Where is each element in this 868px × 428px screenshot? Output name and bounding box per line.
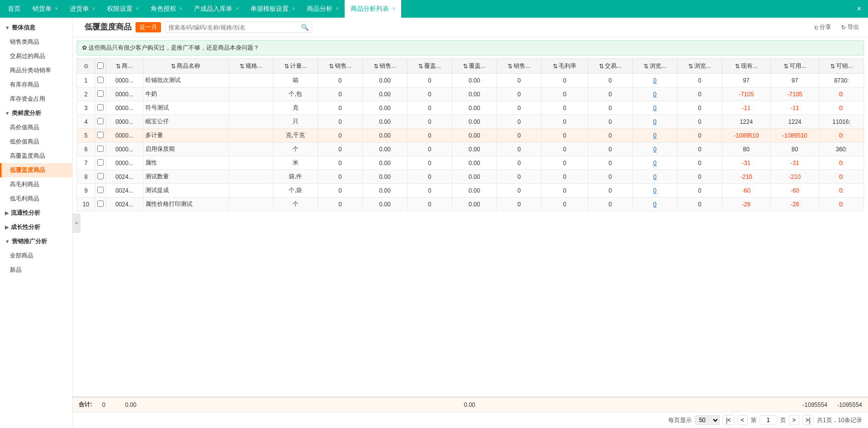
row-checkbox-input[interactable] bbox=[97, 118, 104, 124]
sidebar-item-traded-goods[interactable]: 交易过的商品 bbox=[0, 49, 72, 63]
nav-role[interactable]: 角色授权 × bbox=[145, 0, 189, 18]
row-browse1[interactable]: 0 bbox=[632, 198, 677, 211]
sidebar-item-new-goods[interactable]: 新品 bbox=[0, 263, 72, 277]
unit-column-header[interactable]: ⇅计量... bbox=[273, 59, 318, 74]
sidebar-item-stock-capital[interactable]: 库存资金占用 bbox=[0, 92, 72, 106]
select-all-checkbox[interactable] bbox=[97, 62, 104, 69]
sidebar-item-sales-goods[interactable]: 销售类商品 bbox=[0, 35, 72, 49]
close-icon[interactable]: × bbox=[392, 0, 395, 18]
row-checkbox[interactable] bbox=[95, 74, 106, 87]
sidebar-item-category-sales-rate[interactable]: 商品分类动销率 bbox=[0, 63, 72, 78]
search-icon[interactable]: 🔍 bbox=[301, 24, 309, 31]
row-browse1[interactable]: 0 bbox=[632, 74, 677, 87]
row-checkbox[interactable] bbox=[95, 143, 106, 156]
nav-template[interactable]: 单据模板设置 × bbox=[244, 0, 301, 18]
row-browse1[interactable]: 0 bbox=[632, 184, 677, 198]
row-checkbox-input[interactable] bbox=[97, 200, 104, 207]
row-browse1[interactable]: 0 bbox=[632, 115, 677, 129]
browse2-column-header[interactable]: ⇅浏览... bbox=[677, 59, 722, 74]
sidebar-group-growth[interactable]: ▶ 成长性分析 bbox=[0, 220, 72, 234]
close-icon[interactable]: × bbox=[55, 0, 58, 18]
coverage2-column-header[interactable]: ⇅覆盖... bbox=[452, 59, 497, 74]
close-icon[interactable]: × bbox=[336, 0, 339, 18]
next-page-button[interactable]: > bbox=[789, 415, 799, 425]
period-button[interactable]: 近一月 bbox=[136, 22, 161, 32]
sidebar-item-low-value[interactable]: 低价值商品 bbox=[0, 135, 72, 149]
close-icon[interactable]: × bbox=[92, 0, 95, 18]
row-no: 10 bbox=[77, 198, 95, 211]
row-browse1[interactable]: 0 bbox=[632, 156, 677, 170]
available-stock-column-header[interactable]: ⇅可用... bbox=[770, 59, 819, 74]
last-page-button[interactable]: >| bbox=[802, 415, 814, 425]
sales-amt-column-header[interactable]: ⇅销售... bbox=[362, 59, 407, 74]
close-icon[interactable]: × bbox=[136, 0, 139, 18]
trade-column-header[interactable]: ⇅交易... bbox=[588, 59, 632, 74]
row-checkbox-input[interactable] bbox=[97, 90, 104, 97]
page-size-select[interactable]: 50 20 100 bbox=[695, 415, 720, 425]
saleable-column-header[interactable]: ⇅可销... bbox=[819, 59, 864, 74]
row-checkbox[interactable] bbox=[95, 101, 106, 115]
row-checkbox-input[interactable] bbox=[97, 145, 104, 152]
sidebar-group-freshness[interactable]: ▼ 类鲜度分析 bbox=[0, 106, 72, 120]
search-input[interactable] bbox=[168, 24, 301, 31]
close-icon[interactable]: × bbox=[236, 0, 239, 18]
row-checkbox-input[interactable] bbox=[97, 173, 104, 179]
table-container[interactable]: ⚙ ⇅商... ⇅商品名称 ⇅规格... bbox=[73, 58, 868, 397]
export-button[interactable]: ↻ 导出 bbox=[838, 22, 862, 33]
settings-icon[interactable]: ⚙ bbox=[83, 63, 89, 70]
row-checkbox[interactable] bbox=[95, 156, 106, 170]
share-button[interactable]: ⎗ 分享 bbox=[812, 22, 834, 33]
sidebar-group-circulation[interactable]: ▶ 流通性分析 bbox=[0, 206, 72, 220]
sidebar-item-in-stock-goods[interactable]: 有库存商品 bbox=[0, 78, 72, 92]
close-icon[interactable]: × bbox=[180, 0, 183, 18]
sidebar-item-low-profit[interactable]: 低毛利商品 bbox=[0, 192, 72, 206]
coverage1-column-header[interactable]: ⇅覆盖... bbox=[407, 59, 452, 74]
close-icon[interactable]: × bbox=[292, 0, 295, 18]
row-checkbox[interactable] bbox=[95, 170, 106, 184]
nav-permission[interactable]: 权限设置 × bbox=[101, 0, 145, 18]
row-checkbox-input[interactable] bbox=[97, 104, 104, 111]
row-checkbox-input[interactable] bbox=[97, 187, 104, 193]
name-column-header[interactable]: ⇅商品名称 bbox=[143, 59, 228, 74]
row-checkbox[interactable] bbox=[95, 87, 106, 101]
settings-column-header[interactable]: ⚙ bbox=[77, 59, 95, 74]
row-checkbox[interactable] bbox=[95, 184, 106, 198]
row-browse1[interactable]: 0 bbox=[632, 170, 677, 184]
row-browse1[interactable]: 0 bbox=[632, 87, 677, 101]
current-page-input[interactable] bbox=[760, 415, 777, 425]
prev-page-button[interactable]: < bbox=[737, 415, 748, 425]
checkbox-column-header[interactable] bbox=[95, 59, 106, 74]
current-stock-column-header[interactable]: ⇅现有... bbox=[722, 59, 771, 74]
window-close-button[interactable]: × bbox=[852, 2, 866, 16]
first-page-button[interactable]: |< bbox=[723, 415, 734, 425]
row-checkbox[interactable] bbox=[95, 129, 106, 143]
row-checkbox[interactable] bbox=[95, 198, 106, 211]
nav-sales-order[interactable]: 销货单 × bbox=[27, 0, 64, 18]
row-browse1[interactable]: 0 bbox=[632, 143, 677, 156]
nav-product-analysis[interactable]: 商品分析 × bbox=[301, 0, 345, 18]
sidebar-item-low-coverage[interactable]: 低覆盖度商品 bbox=[0, 163, 72, 177]
row-checkbox-input[interactable] bbox=[97, 159, 104, 166]
code-column-header[interactable]: ⇅商... bbox=[106, 59, 143, 74]
spec-column-header[interactable]: ⇅规格... bbox=[228, 59, 273, 74]
sales-days-column-header[interactable]: ⇅销售... bbox=[497, 59, 542, 74]
browse1-column-header[interactable]: ⇅浏览... bbox=[632, 59, 677, 74]
nav-purchase-order[interactable]: 进货单 × bbox=[64, 0, 101, 18]
nav-home[interactable]: 首页 bbox=[2, 0, 27, 18]
row-browse1[interactable]: 0 bbox=[632, 101, 677, 115]
row-checkbox[interactable] bbox=[95, 115, 106, 129]
row-browse1[interactable]: 0 bbox=[632, 129, 677, 143]
row-checkbox-input[interactable] bbox=[97, 132, 104, 138]
sidebar-collapse-button[interactable]: « bbox=[73, 213, 81, 233]
sidebar-item-all-goods[interactable]: 全部商品 bbox=[0, 249, 72, 263]
sidebar-group-overview[interactable]: ▼ 整体信息 bbox=[0, 21, 72, 35]
nav-product-analysis-list[interactable]: 商品分析列表 × bbox=[345, 0, 401, 18]
sales-qty-column-header[interactable]: ⇅销售... bbox=[318, 59, 362, 74]
gross-rate-column-header[interactable]: ⇅毛利率 bbox=[542, 59, 588, 74]
sidebar-item-high-coverage[interactable]: 高覆盖度商品 bbox=[0, 149, 72, 163]
sidebar-group-marketing[interactable]: ▼ 营销推广分析 bbox=[0, 234, 72, 249]
sidebar-item-high-value[interactable]: 高价值商品 bbox=[0, 120, 72, 135]
sidebar-item-high-profit[interactable]: 高毛利商品 bbox=[0, 177, 72, 192]
nav-product-warehousing[interactable]: 产成品入库单 × bbox=[188, 0, 244, 18]
row-checkbox-input[interactable] bbox=[97, 77, 104, 83]
